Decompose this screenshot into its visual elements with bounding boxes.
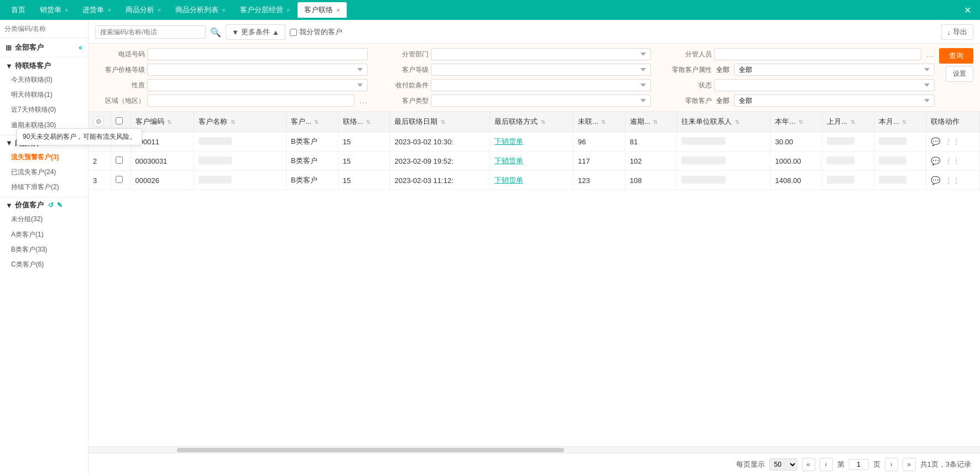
row3-chat-icon[interactable]: 💬 xyxy=(931,176,940,185)
row3-checkbox[interactable] xyxy=(111,171,131,190)
payment-select[interactable] xyxy=(431,79,651,91)
retail-attr-select[interactable]: 全部 xyxy=(734,64,935,76)
sidebar-item-today[interactable]: 今天待联络(0) xyxy=(0,72,88,87)
my-customers-checkbox-label[interactable]: 我分管的客户 xyxy=(290,27,342,37)
tab-customer-segment-close[interactable]: × xyxy=(286,7,290,13)
tab-product-analysis-list[interactable]: 商品分析列表 × xyxy=(169,2,232,18)
row3-name-blurred xyxy=(199,176,232,184)
sidebar-item-churn-warning[interactable]: 流失预警客户(3) xyxy=(0,150,88,165)
sidebar-item-tomorrow[interactable]: 明天待联络(1) xyxy=(0,87,88,102)
my-customers-checkbox[interactable] xyxy=(290,29,297,36)
row3-more-icon[interactable]: ⋮⋮ xyxy=(945,176,960,185)
region-dots-icon[interactable]: … xyxy=(359,96,368,106)
sort-icon-last-date[interactable]: ⇅ xyxy=(441,119,445,125)
row2-method[interactable]: 下销货单 xyxy=(490,152,574,171)
scrollbar-thumb[interactable] xyxy=(177,448,564,452)
close-all-tabs-button[interactable]: ✕ xyxy=(960,5,976,15)
sidebar-item-b-class[interactable]: B类客户(33) xyxy=(0,242,88,257)
tab-purchase-close[interactable]: × xyxy=(107,7,111,13)
next-page-button[interactable]: › xyxy=(885,458,898,471)
sort-icon-cust-type[interactable]: ⇅ xyxy=(314,119,319,125)
tab-sales-close[interactable]: × xyxy=(65,7,68,13)
tab-home[interactable]: 首页 xyxy=(4,2,32,18)
tab-purchase[interactable]: 进货单 × xyxy=(76,2,117,18)
tab-customer-contact[interactable]: 客户联络 × xyxy=(298,2,346,18)
collapse-sidebar-icon[interactable]: « xyxy=(79,44,82,51)
settings-button[interactable]: 设置 xyxy=(946,66,973,82)
person-input[interactable] xyxy=(714,48,921,60)
sidebar-item-ungroup[interactable]: 未分组(32) xyxy=(0,212,88,227)
tab-home-label: 首页 xyxy=(11,5,25,15)
row2-more-icon[interactable]: ⋮⋮ xyxy=(945,156,960,165)
sort-icon-not-contacted[interactable]: ⇅ xyxy=(601,119,606,125)
row1-more-icon[interactable]: ⋮⋮ xyxy=(945,137,960,146)
row3-method-link[interactable]: 下销货单 xyxy=(494,176,523,184)
page-number-input[interactable] xyxy=(849,459,869,470)
sidebar-item-7days[interactable]: 近7天待联络(0) xyxy=(0,102,88,117)
sort-icon-name[interactable]: ⇅ xyxy=(231,119,235,125)
sort-icon-contact-person[interactable]: ⇅ xyxy=(735,119,739,125)
row2-checkbox[interactable] xyxy=(111,152,131,171)
sidebar-group-pending[interactable]: ▼ 待联络客户 xyxy=(0,58,88,72)
sidebar-search[interactable]: 🔍 xyxy=(0,20,88,38)
sort-icon-contact-count[interactable]: ⇅ xyxy=(366,119,371,125)
retail-customer-select[interactable]: 全部 xyxy=(734,95,935,107)
person-dots-icon[interactable]: … xyxy=(926,49,935,59)
tab-customer-contact-close[interactable]: × xyxy=(336,7,340,13)
sort-icon-last-month[interactable]: ⇅ xyxy=(851,119,855,125)
tab-customer-segment[interactable]: 客户分层经营 × xyxy=(233,2,296,18)
filter-row-1: 电话号码 分管部门 分管人员 … xyxy=(95,48,935,60)
row2-chat-icon[interactable]: 💬 xyxy=(931,156,940,165)
sidebar-search-input[interactable] xyxy=(4,25,87,33)
prev-page-button[interactable]: ‹ xyxy=(820,458,833,471)
row1-method[interactable]: 下销货单 xyxy=(490,132,574,152)
row1-overdue: 81 xyxy=(625,132,677,152)
nature-select[interactable] xyxy=(147,79,368,91)
export-label: 导出 xyxy=(953,27,967,37)
row3-select[interactable] xyxy=(116,176,123,183)
th-last-contact-method-label: 最后联络方式 xyxy=(494,117,538,126)
sidebar-item-a-class[interactable]: A类客户(1) xyxy=(0,227,88,242)
select-all-checkbox[interactable] xyxy=(116,117,123,124)
region-input[interactable] xyxy=(147,95,355,107)
customer-type-select[interactable] xyxy=(431,95,651,107)
edit-icon[interactable]: ✎ xyxy=(57,201,62,209)
search-button[interactable]: 🔍 xyxy=(210,27,221,38)
tab-sales[interactable]: 销货单 × xyxy=(33,2,75,18)
sort-icon-code[interactable]: ⇅ xyxy=(167,119,171,125)
tab-product-analysis[interactable]: 商品分析 × xyxy=(119,2,168,18)
status-select[interactable] xyxy=(714,79,935,91)
refresh-icon[interactable]: ↺ xyxy=(48,201,54,209)
tab-product-analysis-close[interactable]: × xyxy=(158,7,161,13)
sidebar-all-customers[interactable]: ⊞ 全部客户 « xyxy=(0,38,88,58)
row1-chat-icon[interactable]: 💬 xyxy=(931,137,940,146)
sort-icon-this-month[interactable]: ⇅ xyxy=(902,119,906,125)
row3-method[interactable]: 下销货单 xyxy=(490,171,574,190)
query-button[interactable]: 查询 xyxy=(939,48,973,64)
row2-select[interactable] xyxy=(116,156,123,164)
sort-icon-method[interactable]: ⇅ xyxy=(541,119,545,125)
sidebar-item-declining[interactable]: 持续下滑客户(2) xyxy=(0,180,88,195)
first-page-button[interactable]: « xyxy=(802,458,815,471)
search-input[interactable] xyxy=(95,25,206,39)
tab-product-analysis-list-close[interactable]: × xyxy=(222,7,225,13)
customer-level-select[interactable] xyxy=(431,64,651,76)
settings-icon[interactable]: ⚙ xyxy=(93,116,104,127)
sort-icon-this-year[interactable]: ⇅ xyxy=(799,119,803,125)
last-page-button[interactable]: » xyxy=(903,458,916,471)
row1-this-month xyxy=(874,132,926,152)
row2-method-link[interactable]: 下销货单 xyxy=(494,156,523,165)
sidebar-item-c-class[interactable]: C类客户(6) xyxy=(0,257,88,272)
sidebar-group-value[interactable]: ▼ 价值客户 ↺ ✎ xyxy=(0,197,88,212)
horizontal-scrollbar[interactable] xyxy=(88,446,980,453)
price-level-select[interactable] xyxy=(147,64,368,76)
page-suffix: 页 xyxy=(873,460,880,469)
export-button[interactable]: ↓ 导出 xyxy=(941,24,974,40)
sort-icon-overdue[interactable]: ⇅ xyxy=(653,119,658,125)
dept-select[interactable] xyxy=(431,48,651,60)
more-conditions-button[interactable]: ▼ 更多条件 ▲ xyxy=(226,24,285,40)
phone-input[interactable] xyxy=(147,48,368,60)
sidebar-item-churned[interactable]: 已流失客户(24) xyxy=(0,165,88,180)
per-page-select[interactable]: 10 20 50 100 xyxy=(769,458,797,471)
row1-method-link[interactable]: 下销货单 xyxy=(494,137,523,145)
